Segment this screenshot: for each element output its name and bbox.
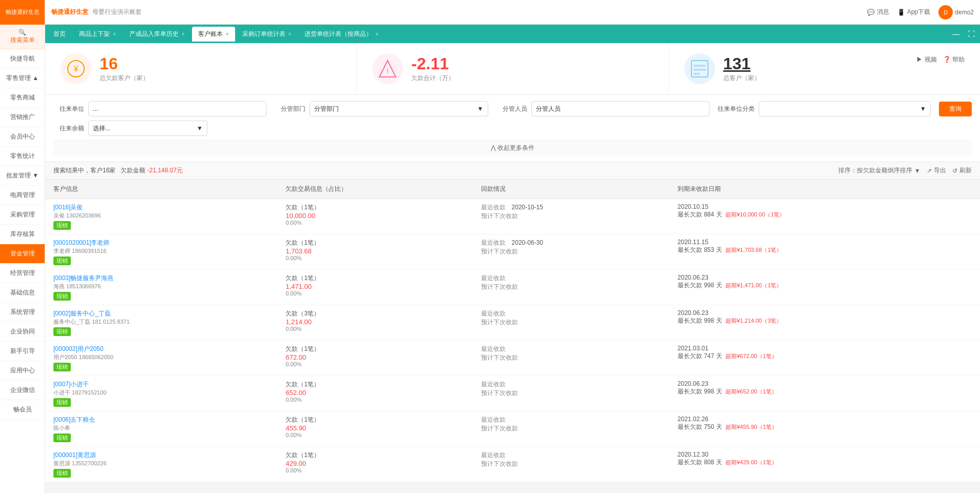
stat-number-total-customers: 131 — [723, 55, 760, 72]
tab-products[interactable]: 商品上下架 × — [73, 27, 122, 42]
tab-import-stats[interactable]: 进货单统计表（按商品） × — [298, 27, 385, 42]
app-download-button[interactable]: 📱 App下载 — [897, 8, 930, 16]
customer-contact-2: 海燕 18513066976 — [53, 283, 269, 290]
sidebar-item-operations[interactable]: 经营管理 — [0, 264, 45, 283]
cell-due-date-7: 2020.12.30 最长欠款 808 天 超期¥429.00（1笔） — [669, 447, 980, 482]
result-count: 搜索结果中，客户16家 — [53, 167, 116, 174]
customer-tag-5: 现销 — [53, 398, 71, 407]
user-menu[interactable]: D demo2 — [938, 5, 974, 19]
overdue-link-0[interactable]: 超期¥10,000.00（1笔） — [725, 211, 785, 218]
sidebar-item-inventory[interactable]: 库存核算 — [0, 225, 45, 244]
overdue-link-4[interactable]: 超期¥672.00（1笔） — [725, 353, 777, 359]
tab-production-close[interactable]: × — [182, 31, 185, 37]
overdue-link-6[interactable]: 超期¥455.90（1笔） — [725, 424, 777, 430]
tab-customer[interactable]: 客户账本 × — [192, 27, 235, 42]
help-button[interactable]: ❓ 帮助 — [943, 55, 965, 64]
sort-label: 排序：按欠款金额倒序排序 — [838, 166, 912, 175]
export-icon: ↗ — [927, 167, 932, 174]
supplier-input[interactable]: ... — [88, 101, 266, 116]
sidebar-item-ecommerce[interactable]: 电商管理 — [0, 186, 45, 205]
customer-name-link-7[interactable]: [000001]黄思源 — [53, 451, 96, 459]
sidebar-item-retail-stats[interactable]: 零售统计 — [0, 147, 45, 166]
query-button[interactable]: 查询 — [939, 102, 972, 116]
sidebar-item-new-guide[interactable]: 新手引导 — [0, 342, 45, 361]
sidebar-item-retail-mall[interactable]: 零售商城 — [0, 88, 45, 108]
stat-icon-debt: ¥ — [61, 53, 91, 84]
overdue-link-1[interactable]: 超期¥1,703.68（1笔） — [725, 247, 782, 253]
overdue-link-2[interactable]: 超期¥1,471.00（1笔） — [725, 282, 782, 288]
refresh-button[interactable]: ↺ 刷新 — [952, 166, 972, 175]
svg-rect-5 — [694, 65, 706, 67]
customer-contact-1: 李老师 18600391516 — [53, 247, 269, 255]
tab-products-label: 商品上下架 — [79, 30, 110, 38]
svg-text:!: ! — [387, 67, 389, 75]
overdue-days-2: 最长欠款 998 天 — [678, 282, 724, 289]
user-name: demo2 — [955, 9, 974, 16]
main-area: 畅捷通好生意 母婴行业演示账套 💬 消息 📱 App下载 D demo2 首页 … — [45, 0, 980, 493]
last-payment-label-2: 最近收款 — [481, 274, 661, 283]
topbar-brand: 畅捷通好生意 — [51, 8, 88, 16]
filter-supplier: 往来单位 ... — [53, 101, 266, 116]
table-row: [0003]畅捷服务尹海燕 海燕 18513066976 现销 欠款（1笔） 1… — [45, 270, 980, 305]
cell-debt-info-6: 欠款（1笔） 455.90 0.00% — [277, 411, 473, 447]
sidebar-item-batch-mgmt[interactable]: 批发管理 ▼ — [0, 166, 45, 186]
sidebar-item-search[interactable]: 🔍 搜索菜单 — [0, 25, 45, 49]
balance-select[interactable]: 选择... ▼ — [88, 121, 207, 136]
overdue-link-7[interactable]: 超期¥429.00（1笔） — [725, 459, 777, 465]
customer-name-link-3[interactable]: [0002]服务中心_丁磊 — [53, 310, 111, 317]
department-placeholder: 分管部门 — [314, 105, 339, 113]
tab-import-stats-close[interactable]: × — [375, 31, 378, 37]
customer-name-link-0[interactable]: [0016]吴俊 — [53, 204, 83, 211]
sidebar-item-basic-info[interactable]: 基础信息 — [0, 283, 45, 303]
cell-customer-info-2: [0003]畅捷服务尹海燕 海燕 18513066976 现销 — [45, 270, 277, 305]
message-button[interactable]: 💬 消息 — [867, 8, 889, 16]
tab-products-close[interactable]: × — [113, 31, 116, 37]
sidebar-item-system[interactable]: 系统管理 — [0, 303, 45, 322]
video-button[interactable]: ▶ 视频 — [916, 55, 936, 64]
customer-name-link-5[interactable]: [0007]小进干 — [53, 381, 89, 388]
customer-name-link-6[interactable]: [0006]去下粮仓 — [53, 416, 95, 423]
tab-production[interactable]: 产成品入库单历史 × — [123, 27, 191, 42]
customer-name-link-1[interactable]: [0001020001]李老师 — [53, 239, 109, 246]
export-button[interactable]: ↗ 导出 — [927, 166, 946, 175]
sidebar-item-member-vip[interactable]: 畅会员 — [0, 400, 45, 420]
sidebar-item-app-center[interactable]: 应用中心 — [0, 361, 45, 381]
sidebar-item-quick-nav[interactable]: 快捷导航 — [0, 49, 45, 69]
debt-label-1: 欠款（1笔） — [285, 239, 465, 247]
sidebar-item-member[interactable]: 会员中心 — [0, 127, 45, 147]
tab-customer-close[interactable]: × — [226, 31, 229, 37]
customer-name-link-4[interactable]: [000002]用户2050 — [53, 345, 103, 352]
customer-tag-1: 现销 — [53, 257, 71, 265]
tab-purchase-order-close[interactable]: × — [289, 31, 292, 37]
debt-ratio-3: 0.00% — [285, 326, 465, 332]
tab-minimize-button[interactable]: — — [949, 28, 963, 40]
overdue-info-7: 最长欠款 808 天 超期¥429.00（1笔） — [678, 458, 972, 467]
table-body: [0016]吴俊 吴俊 13026203696 现销 欠款（1笔） 10,000… — [45, 199, 980, 482]
overdue-link-3[interactable]: 超期¥1,214.00（3笔） — [725, 318, 782, 324]
tab-maximize-button[interactable]: ⛶ — [965, 28, 978, 40]
sidebar-item-marketing[interactable]: 营销推广 — [0, 108, 45, 127]
manager-input[interactable]: 分管人员 — [531, 101, 709, 116]
sidebar-item-purchase[interactable]: 采购管理 — [0, 205, 45, 225]
sidebar-item-wechat[interactable]: 企业微信 — [0, 381, 45, 400]
supplier-dots: ... — [93, 105, 98, 112]
overdue-info-0: 最长欠款 884 天 超期¥10,000.00（1笔） — [678, 210, 972, 219]
table-row: [0006]去下粮仓 陈小希 现销 欠款（1笔） 455.90 0.00% 最近… — [45, 411, 980, 447]
sidebar-item-enterprise[interactable]: 企业协同 — [0, 322, 45, 342]
sort-selector[interactable]: 排序：按欠款金额倒序排序 ▼ — [838, 166, 920, 175]
customer-tag-7: 现销 — [53, 469, 71, 478]
tab-purchase-order[interactable]: 采购订单统计表 × — [236, 27, 298, 42]
sidebar-item-retail-mgmt[interactable]: 零售管理 ▲ — [0, 69, 45, 88]
table-row: [0002]服务中心_丁磊 服务中心_丁磊 181 0125 8371 现销 欠… — [45, 305, 980, 341]
sidebar-item-label: 经营管理 — [2, 269, 43, 278]
filter-category-label: 往来单位分类 — [718, 105, 755, 113]
tab-home[interactable]: 首页 — [47, 27, 72, 42]
cell-due-date-5: 2020.06.23 最长欠款 998 天 超期¥652.00（1笔） — [669, 376, 980, 411]
collapse-button[interactable]: ⋀ 收起更多条件 — [53, 140, 972, 155]
sidebar-item-finance[interactable]: 资金管理 — [0, 244, 45, 264]
category-select[interactable]: ▼ — [759, 101, 931, 116]
next-payment-label-2: 预计下次收款 — [481, 283, 661, 291]
department-select[interactable]: 分管部门 ▼ — [310, 101, 488, 116]
customer-name-link-2[interactable]: [0003]畅捷服务尹海燕 — [53, 274, 113, 282]
overdue-link-5[interactable]: 超期¥652.00（1笔） — [725, 388, 777, 395]
